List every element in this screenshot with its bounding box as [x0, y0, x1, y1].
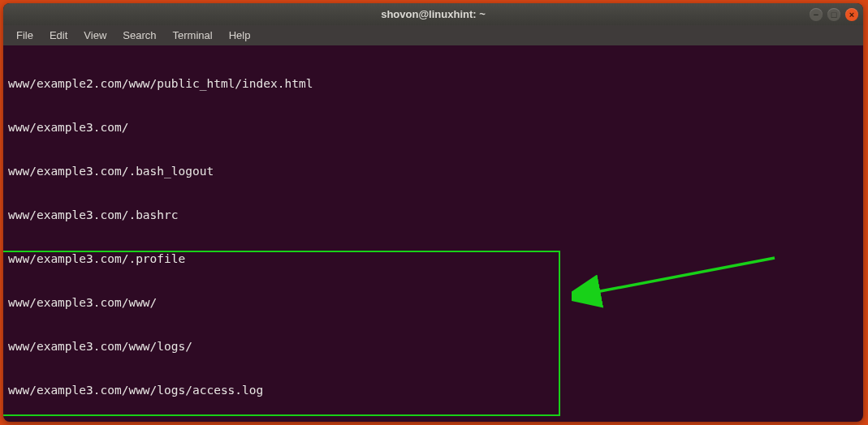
menu-help[interactable]: Help	[222, 28, 257, 43]
output-line: www/example3.com/	[8, 120, 858, 135]
output-line: www/example3.com/.bashrc	[8, 208, 858, 222]
window-controls: − □ ×	[810, 3, 858, 25]
window-title: shovon@linuxhint: ~	[381, 8, 486, 20]
menu-search[interactable]: Search	[116, 28, 162, 43]
terminal-window: shovon@linuxhint: ~ − □ × File Edit View…	[3, 3, 863, 422]
menu-edit[interactable]: Edit	[43, 28, 74, 43]
output-line: www/example3.com/.profile	[8, 251, 858, 266]
menu-terminal[interactable]: Terminal	[166, 28, 219, 43]
terminal-body[interactable]: www/example2.com/www/public_html/index.h…	[3, 45, 863, 422]
close-button[interactable]: ×	[845, 8, 858, 21]
output-line: www/example2.com/www/public_html/index.h…	[8, 76, 858, 91]
menu-file[interactable]: File	[10, 28, 40, 43]
menu-view[interactable]: View	[77, 28, 113, 43]
output-line: www/example3.com/www/logs/	[8, 339, 858, 354]
titlebar[interactable]: shovon@linuxhint: ~ − □ ×	[3, 3, 863, 25]
output-line: www/example3.com/.bash_logout	[8, 164, 858, 178]
output-line: www/example3.com/www/logs/access.log	[8, 383, 858, 397]
maximize-button[interactable]: □	[827, 8, 840, 21]
menubar: File Edit View Search Terminal Help	[3, 25, 863, 45]
minimize-button[interactable]: −	[810, 8, 823, 21]
output-line: www/example3.com/www/	[8, 295, 858, 310]
